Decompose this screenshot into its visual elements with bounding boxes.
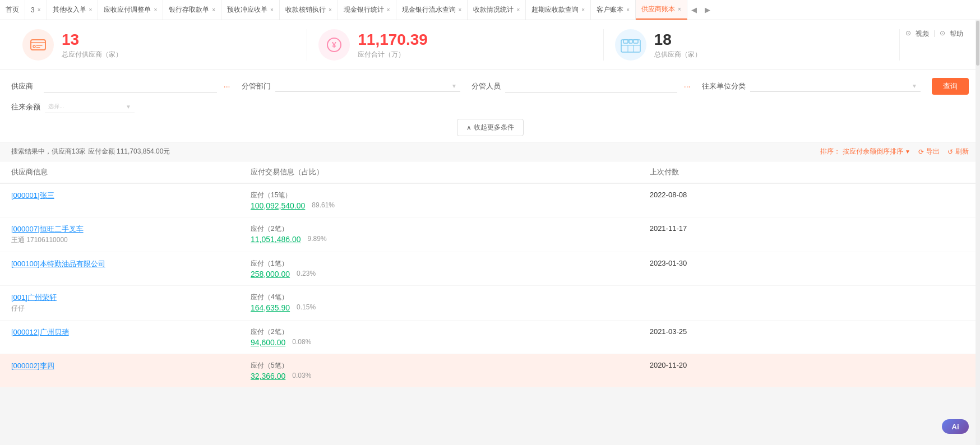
nav-arrow-left[interactable]: ◀ xyxy=(687,0,701,20)
nav-tab-prepay-close[interactable]: × xyxy=(270,7,274,13)
trans-pct-4: 0.08% xyxy=(292,338,311,346)
supplier-link-3[interactable]: [001]广州荣轩 xyxy=(11,293,251,303)
col-header-lastpay: 上次付数 xyxy=(650,167,810,177)
supplier-filter-dots[interactable]: ··· xyxy=(224,82,230,91)
nav-tab-bank-deposit[interactable]: 银行存取款单 × xyxy=(163,0,221,20)
trans-amount-4[interactable]: 94,600.00 xyxy=(251,338,285,347)
nav-arrow-right[interactable]: ▶ xyxy=(701,0,714,20)
nav-tab-customer-ledger[interactable]: 客户账本 × xyxy=(591,0,636,20)
nav-tab-collection[interactable]: 收款核销执行 × xyxy=(280,0,338,20)
filter-bar: 供应商 ··· 分管部门 ▼ 分管人员 ··· 往来单位分类 ▼ 查询 往来 xyxy=(0,70,980,142)
transaction-cell-1: 应付（2笔） 11,051,486.00 9.89% xyxy=(251,224,650,244)
payable-total-number: 11,170.39 xyxy=(358,30,591,49)
nav-tab-cash-bank-stats-label: 现金银行统计 xyxy=(344,5,384,15)
person-filter-dots[interactable]: ··· xyxy=(684,82,691,91)
nav-tab-other-income[interactable]: 其他收入单 × xyxy=(47,0,99,20)
sort-dropdown-icon[interactable]: ▼ xyxy=(905,149,910,155)
nav-tab-prepay-label: 预收冲应收单 xyxy=(227,5,267,15)
total-suppliers-icon xyxy=(615,29,646,61)
supplier-cell-3: [001]广州荣轩 仔仔 xyxy=(11,293,251,313)
search-button[interactable]: 查询 xyxy=(932,78,969,95)
nav-tab-customer-ledger-close[interactable]: × xyxy=(626,7,630,13)
collapse-button[interactable]: ∧ 收起更多条件 xyxy=(457,119,524,136)
svg-rect-4 xyxy=(621,40,640,52)
nav-tab-home-label: 首页 xyxy=(6,5,19,15)
category-filter-label: 往来单位分类 xyxy=(702,81,746,91)
trans-amount-3[interactable]: 164,635.90 xyxy=(251,303,290,312)
nav-tab-collection-close[interactable]: × xyxy=(329,7,332,13)
trans-label-4: 应付（2笔） xyxy=(251,327,650,337)
nav-tab-cash-flow[interactable]: 现金银行流水查询 × xyxy=(396,0,468,20)
trans-amount-2[interactable]: 258,000.00 xyxy=(251,270,290,279)
export-btn-label: 导出 xyxy=(926,147,940,156)
supplier-link-0[interactable]: [000001]张三 xyxy=(11,191,251,201)
nav-tab-other-income-close[interactable]: × xyxy=(89,7,93,13)
nav-tab-supplier-ledger[interactable]: 供应商账本 × xyxy=(636,0,687,20)
scrollbar[interactable] xyxy=(976,20,980,388)
nav-tab-3[interactable]: 3 × xyxy=(25,0,47,20)
svg-rect-6 xyxy=(629,40,632,43)
nav-tab-prepay[interactable]: 预收冲应收单 × xyxy=(221,0,280,20)
nav-tab-cash-bank-stats[interactable]: 现金银行统计 × xyxy=(338,0,396,20)
payable-total-label: 应付合计（万） xyxy=(358,50,591,59)
summary-info-payable-total: 11,170.39 应付合计（万） xyxy=(358,30,591,60)
supplier-link-2[interactable]: [000100]本特勤油品有限公司 xyxy=(11,259,251,269)
nav-tab-customer-ledger-label: 客户账本 xyxy=(597,5,623,15)
nav-tab-bank-deposit-close[interactable]: × xyxy=(212,7,215,13)
nav-tab-collection-stats-label: 收款情况统计 xyxy=(473,5,514,15)
total-suppliers-number: 18 xyxy=(654,30,888,49)
filter-dept: 分管部门 ▼ xyxy=(242,81,461,92)
payable-suppliers-number: 13 xyxy=(62,30,295,49)
balance-filter-select[interactable]: 选择... ▼ xyxy=(45,100,135,113)
supplier-sub-1: 王通 17106110000 xyxy=(11,235,251,245)
lastpay-date-2: 2023-01-30 xyxy=(650,259,810,267)
nav-tab-cash-flow-close[interactable]: × xyxy=(459,7,462,13)
help-link[interactable]: 帮助 xyxy=(950,29,963,39)
table-header: 供应商信息 应付交易信息（占比） 上次付数 xyxy=(0,161,980,184)
supplier-cell-4: [000012]广州贝瑞 xyxy=(11,327,251,337)
nav-tab-3-close[interactable]: × xyxy=(38,7,41,13)
filter-row-2: 往来余额 选择... ▼ xyxy=(11,100,969,113)
transaction-cell-3: 应付（4笔） 164,635.90 0.15% xyxy=(251,293,650,312)
divider: | xyxy=(933,29,935,37)
nav-tab-overdue[interactable]: 超期应收款查询 × xyxy=(526,0,591,20)
trans-label-5: 应付（5笔） xyxy=(251,361,650,370)
trans-amount-1[interactable]: 11,051,486.00 xyxy=(251,235,301,244)
lastpay-date-5: 2020-11-20 xyxy=(650,361,810,369)
sort-value[interactable]: 按应付余额倒序排序 xyxy=(843,147,903,155)
nav-tab-receivable-adjust-close[interactable]: × xyxy=(154,7,157,13)
person-filter-input[interactable] xyxy=(505,80,677,93)
supplier-filter-input[interactable] xyxy=(44,80,217,93)
result-sort: 排序： 按应付余额倒序排序 ▼ xyxy=(820,147,910,156)
category-filter-select[interactable]: ▼ xyxy=(750,81,921,92)
supplier-link-1[interactable]: [000007]恒旺二手叉车 xyxy=(11,224,251,234)
nav-tab-receivable-adjust[interactable]: 应收应付调整单 × xyxy=(98,0,163,20)
supplier-cell-5: [000002]李四 xyxy=(11,361,251,371)
trans-label-3: 应付（4笔） xyxy=(251,293,650,302)
supplier-link-5[interactable]: [000002]李四 xyxy=(11,361,251,371)
result-bar: 搜索结果中，供应商13家 应付金额 111,703,854.00元 排序： 按应… xyxy=(0,142,980,161)
nav-tab-overdue-close[interactable]: × xyxy=(581,7,585,13)
svg-point-1 xyxy=(33,45,35,48)
transaction-cell-0: 应付（15笔） 100,092,540.00 89.61% xyxy=(251,191,650,210)
dept-filter-select[interactable]: ▼ xyxy=(275,81,461,92)
supplier-link-4[interactable]: [000012]广州贝瑞 xyxy=(11,327,251,337)
nav-tab-collection-stats-close[interactable]: × xyxy=(516,7,520,13)
nav-tab-3-label: 3 xyxy=(31,6,35,14)
export-button[interactable]: ⟳ 导出 xyxy=(918,147,940,156)
nav-tab-supplier-ledger-close[interactable]: × xyxy=(678,6,681,12)
table-row: [000007]恒旺二手叉车 王通 17106110000 应付（2笔） 11,… xyxy=(0,217,980,252)
trans-amount-5[interactable]: 32,366.00 xyxy=(251,372,285,381)
nav-tab-home[interactable]: 首页 xyxy=(0,0,25,20)
sort-label: 排序： xyxy=(820,147,840,155)
trans-pct-3: 0.15% xyxy=(297,303,316,311)
trans-row-5: 32,366.00 0.03% xyxy=(251,370,650,381)
refresh-button[interactable]: ↺ 刷新 xyxy=(947,147,969,156)
nav-tab-cash-bank-stats-close[interactable]: × xyxy=(387,7,390,13)
lastpay-date-1: 2021-11-17 xyxy=(650,224,810,233)
video-link[interactable]: 视频 xyxy=(916,29,929,39)
scrollbar-thumb[interactable] xyxy=(976,21,979,66)
nav-tab-collection-stats[interactable]: 收款情况统计 × xyxy=(468,0,526,20)
balance-placeholder: 选择... xyxy=(48,103,64,110)
trans-amount-0[interactable]: 100,092,540.00 xyxy=(251,201,305,210)
